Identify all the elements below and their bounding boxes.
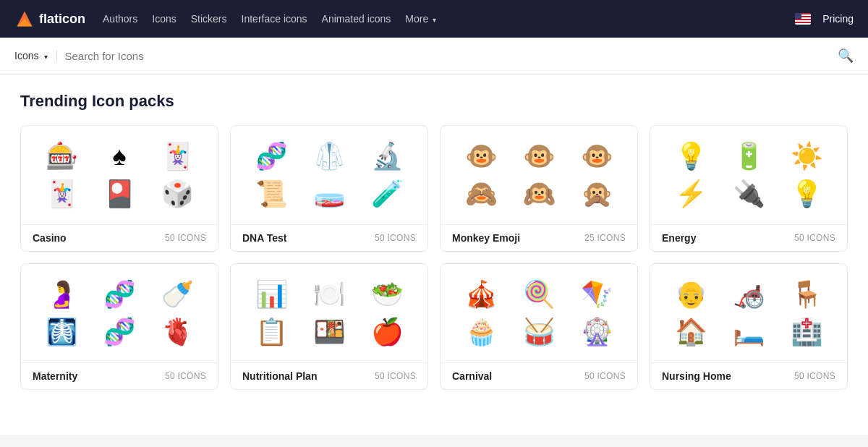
pack-card[interactable]: 🐵🐵🐵🙈🙉🙊Monkey Emoji25 ICONS: [440, 125, 638, 252]
pack-icon-cell: 🫀: [148, 313, 206, 351]
pack-icon-count: 50 ICONS: [584, 371, 626, 381]
logo-icon: [14, 9, 35, 29]
pack-icon-cell: 🧬: [90, 313, 148, 351]
pack-icon-cell: 💡: [778, 175, 835, 213]
pack-icon-cell: 🙊: [568, 175, 626, 213]
pack-icon-count: 50 ICONS: [165, 371, 206, 381]
pack-icon-count: 50 ICONS: [794, 233, 835, 243]
pack-icon-count: 50 ICONS: [794, 371, 835, 381]
pack-name: Monkey Emoji: [452, 232, 520, 244]
pack-footer: Monkey Emoji25 ICONS: [441, 224, 637, 251]
pack-icons-grid: 👴🦽🪑🏠🛏️🏥: [650, 264, 847, 362]
pack-footer: Nutritional Plan50 ICONS: [231, 362, 427, 389]
pack-footer: Energy50 ICONS: [650, 224, 847, 251]
filter-label: Icons: [14, 50, 38, 61]
pack-icon-cell: 🎰: [33, 137, 90, 175]
pack-icon-cell: 🪁: [568, 276, 626, 313]
pack-card[interactable]: 📊🍽️🥗📋🍱🍎Nutritional Plan50 ICONS: [230, 263, 428, 390]
pack-icon-cell: 🍭: [510, 276, 568, 313]
pack-icon-cell: 🛏️: [720, 313, 778, 351]
pack-icon-count: 25 ICONS: [584, 233, 626, 243]
pack-icon-cell: 🐵: [510, 137, 568, 175]
pack-icon-cell: 🃏: [148, 137, 206, 175]
pack-icons-grid: 💡🔋☀️⚡🔌💡: [650, 126, 847, 224]
pack-name: Energy: [662, 232, 696, 244]
pack-icons-grid: 🧬🥼🔬📜🧫🧪: [231, 126, 427, 224]
pricing-link[interactable]: Pricing: [822, 13, 854, 25]
svg-rect-6: [795, 23, 811, 25]
nav-right: Pricing: [795, 13, 854, 25]
pack-icon-cell: 🦽: [720, 276, 778, 313]
pack-card[interactable]: 👴🦽🪑🏠🛏️🏥Nursing Home50 ICONS: [650, 263, 848, 390]
main-content: Trending Icon packs 🎰♠️🃏🃏🎴🎲Casino50 ICON…: [0, 74, 868, 435]
pack-icon-cell: 💡: [662, 137, 720, 175]
pack-icon-cell: 🪑: [778, 276, 835, 313]
pack-icon-count: 50 ICONS: [165, 233, 206, 243]
nav-more[interactable]: More: [405, 13, 436, 25]
pack-icon-cell: 🏠: [662, 313, 720, 351]
pack-icons-grid: 🤰🧬🍼🩻🧬🫀: [21, 264, 218, 362]
pack-icon-cell: 🃏: [33, 175, 90, 213]
pack-icon-cell: 🍽️: [300, 276, 358, 313]
pack-icon-count: 50 ICONS: [375, 371, 416, 381]
pack-icon-cell: 🎡: [568, 313, 626, 351]
pack-icons-grid: 🎪🍭🪁🧁🥁🎡: [441, 264, 637, 362]
pack-card[interactable]: 🎰♠️🃏🃏🎴🎲Casino50 ICONS: [20, 125, 218, 252]
pack-icon-cell: 🍎: [358, 313, 416, 351]
pack-icon-cell: ☀️: [778, 137, 835, 175]
nav-icons[interactable]: Icons: [152, 13, 176, 25]
search-input-wrap: [64, 50, 830, 62]
pack-footer: Casino50 ICONS: [21, 224, 218, 251]
pack-icon-cell: 📋: [242, 313, 300, 351]
pack-card[interactable]: 💡🔋☀️⚡🔌💡Energy50 ICONS: [650, 125, 848, 252]
nav-authors[interactable]: Authors: [103, 13, 137, 25]
pack-card[interactable]: 🎪🍭🪁🧁🥁🎡Carnival50 ICONS: [440, 263, 638, 390]
pack-icon-cell: 🎪: [452, 276, 510, 313]
pack-icon-cell: 🔬: [358, 137, 416, 175]
pack-icon-cell: 🥁: [510, 313, 568, 351]
pack-footer: Carnival50 ICONS: [441, 362, 637, 389]
pack-icon-cell: 📜: [242, 175, 300, 213]
more-chevron-icon: [431, 13, 436, 25]
pack-name: Maternity: [33, 370, 77, 382]
pack-icon-cell: 🙉: [510, 175, 568, 213]
pack-name: Nursing Home: [662, 370, 731, 382]
search-icon[interactable]: 🔍: [838, 48, 854, 64]
pack-icon-cell: 🏥: [778, 313, 835, 351]
pack-card[interactable]: 🤰🧬🍼🩻🧬🫀Maternity50 ICONS: [20, 263, 218, 390]
pack-icon-cell: 🍼: [148, 276, 206, 313]
pack-icon-cell: 🧪: [358, 175, 416, 213]
pack-icon-cell: 🩻: [33, 313, 90, 351]
pack-icon-cell: 🧬: [90, 276, 148, 313]
pack-name: Carnival: [452, 370, 492, 382]
nav-animated-icons[interactable]: Animated icons: [322, 13, 391, 25]
pack-icon-cell: 📊: [242, 276, 300, 313]
pack-footer: Nursing Home50 ICONS: [650, 362, 847, 389]
pack-icons-grid: 📊🍽️🥗📋🍱🍎: [231, 264, 427, 362]
pack-icons-grid: 🐵🐵🐵🙈🙉🙊: [441, 126, 637, 224]
pack-footer: Maternity50 ICONS: [21, 362, 218, 389]
pack-card[interactable]: 🧬🥼🔬📜🧫🧪DNA Test50 ICONS: [230, 125, 428, 252]
language-flag-icon[interactable]: [795, 13, 811, 25]
pack-footer: DNA Test50 ICONS: [231, 224, 427, 251]
pack-icon-cell: 🥗: [358, 276, 416, 313]
pack-icon-count: 50 ICONS: [375, 233, 416, 243]
nav-interface-icons[interactable]: Interface icons: [242, 13, 307, 25]
pack-name: DNA Test: [242, 232, 286, 244]
pack-icon-cell: 👴: [662, 276, 720, 313]
search-filter[interactable]: Icons: [14, 50, 57, 61]
pack-icon-cell: 🥼: [300, 137, 358, 175]
svg-rect-5: [795, 20, 811, 22]
pack-icon-cell: 🤰: [33, 276, 90, 313]
section-title: Trending Icon packs: [20, 92, 848, 111]
pack-name: Casino: [33, 232, 67, 244]
filter-chevron-icon: [43, 50, 48, 61]
pack-icon-cell: 🧬: [242, 137, 300, 175]
pack-icon-cell: 🎴: [90, 175, 148, 213]
svg-rect-7: [795, 13, 801, 19]
logo[interactable]: flaticon: [14, 9, 85, 29]
nav-stickers[interactable]: Stickers: [191, 13, 227, 25]
pack-icon-cell: 🐵: [568, 137, 626, 175]
search-input[interactable]: [64, 50, 830, 62]
pack-icon-cell: 🧁: [452, 313, 510, 351]
